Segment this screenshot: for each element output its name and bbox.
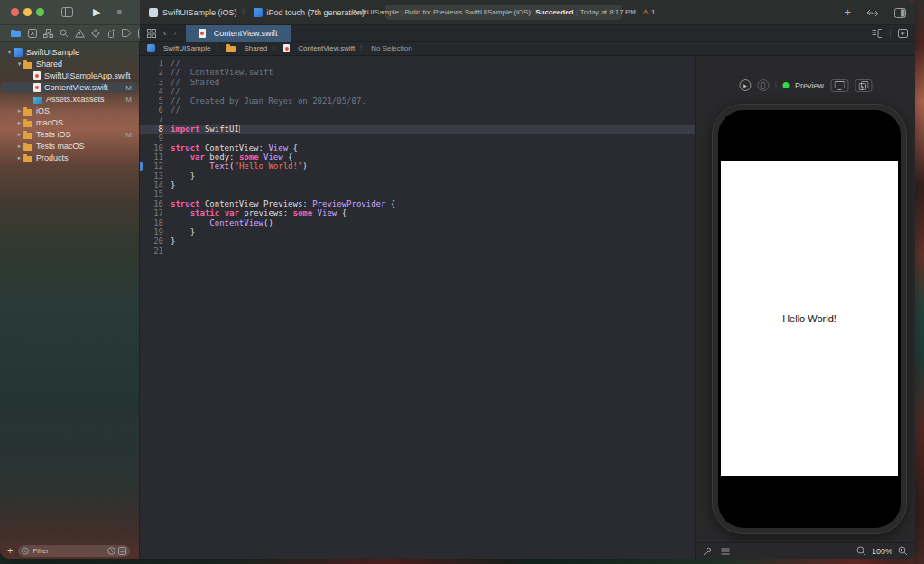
line-number[interactable]: 10 <box>140 143 163 153</box>
preview-list-icon[interactable] <box>721 548 730 555</box>
line-number[interactable]: 19 <box>140 227 163 236</box>
code-line-12[interactable]: 12 Text("Hello World!") <box>140 162 695 171</box>
code-line-2[interactable]: 2// ContentView.swift <box>140 68 695 77</box>
disclosure-chevron-icon[interactable]: ▸ <box>15 107 23 115</box>
code-line-4[interactable]: 4// <box>140 87 695 96</box>
toggle-inspector-icon[interactable] <box>894 8 906 18</box>
line-number[interactable]: 3 <box>140 78 163 87</box>
code-line-13[interactable]: 13 } <box>140 171 695 180</box>
toggle-navigator-icon[interactable] <box>61 7 73 17</box>
line-number[interactable]: 11 <box>140 153 163 162</box>
line-number[interactable]: 16 <box>140 199 163 208</box>
line-number[interactable]: 9 <box>140 134 163 143</box>
code-line-7[interactable]: 7 <box>140 115 695 124</box>
tree-item-ios[interactable]: ▸iOS <box>2 106 137 116</box>
code-line-14[interactable]: 14} <box>140 180 695 190</box>
tree-item-tests-ios[interactable]: ▸Tests iOSM <box>2 129 137 140</box>
editor-options-icon[interactable] <box>872 29 882 38</box>
filter-field[interactable]: Filter <box>18 545 130 557</box>
warning-icon[interactable]: ⚠ <box>642 8 649 16</box>
disclosure-chevron-icon[interactable]: ▸ <box>15 131 23 138</box>
live-preview-icon[interactable]: ▶ <box>739 79 751 91</box>
disclosure-chevron-icon[interactable]: ▸ <box>15 119 23 126</box>
line-number[interactable]: 12 <box>140 162 163 171</box>
source-editor[interactable]: 1//2// ContentView.swift3// Shared4//5//… <box>140 56 695 559</box>
find-navigator-icon[interactable] <box>60 29 69 38</box>
preview-display-icon[interactable] <box>830 79 848 92</box>
stop-button[interactable]: ■ <box>116 8 121 16</box>
zoom-level[interactable]: 100% <box>872 547 892 556</box>
code-line-15[interactable]: 15 <box>140 190 695 199</box>
code-line-9[interactable]: 9 <box>140 134 695 143</box>
code-line-11[interactable]: 11 var body: some View { <box>140 153 695 162</box>
destination-name[interactable]: iPod touch (7th generation) <box>267 8 365 17</box>
code-line-3[interactable]: 3// Shared <box>140 78 695 87</box>
go-back-icon[interactable]: ‹ <box>163 28 166 38</box>
line-number[interactable]: 2 <box>140 68 163 77</box>
code-line-6[interactable]: 6// <box>140 106 695 115</box>
symbol-navigator-icon[interactable] <box>43 29 53 38</box>
tree-item-swiftuisample[interactable]: ▾SwiftUISample <box>2 47 137 58</box>
pin-preview-icon[interactable] <box>703 547 712 556</box>
close-window-button[interactable] <box>11 8 19 16</box>
scheme-name[interactable]: SwiftUISample (iOS) <box>162 8 237 17</box>
run-button[interactable]: ▶ <box>93 7 100 17</box>
preview-on-device-icon[interactable] <box>757 79 769 91</box>
source-control-navigator-icon[interactable] <box>28 29 37 38</box>
tree-item-swiftuisampleapp-swift[interactable]: SwiftUISampleApp.swift <box>2 70 137 81</box>
code-line-16[interactable]: 16struct ContentView_Previews: PreviewPr… <box>140 199 695 208</box>
minimize-window-button[interactable] <box>23 8 32 16</box>
code-line-5[interactable]: 5// Created by Juan Reyes on 2021/05/07. <box>140 97 695 106</box>
line-number[interactable]: 20 <box>140 236 163 245</box>
add-editor-icon[interactable] <box>898 29 908 38</box>
tree-item-products[interactable]: ▸Products <box>2 153 137 163</box>
tree-item-tests-macos[interactable]: ▸Tests macOS <box>2 141 137 152</box>
tree-item-macos[interactable]: ▸macOS <box>2 117 137 128</box>
test-navigator-icon[interactable] <box>91 29 100 38</box>
issue-navigator-icon[interactable] <box>75 29 85 38</box>
breadcrumb-selection[interactable]: No Selection <box>371 44 411 52</box>
disclosure-chevron-icon[interactable]: ▾ <box>5 49 14 56</box>
code-line-1[interactable]: 1// <box>140 59 695 68</box>
code-line-20[interactable]: 20} <box>140 236 695 245</box>
zoom-out-icon[interactable] <box>856 546 866 556</box>
breadcrumb-project[interactable]: SwiftUISample <box>163 44 210 52</box>
tree-item-shared[interactable]: ▾Shared <box>2 59 137 69</box>
line-number[interactable]: 17 <box>140 208 163 217</box>
line-number[interactable]: 8 <box>140 125 163 134</box>
tree-item-contentview-swift[interactable]: ContentView.swiftM <box>2 82 137 93</box>
recent-clock-icon[interactable] <box>107 547 116 555</box>
disclosure-chevron-icon[interactable]: ▸ <box>15 143 23 150</box>
scheme-selector[interactable]: SwiftUISample (iOS) 〉 iPod touch (7th ge… <box>149 7 365 17</box>
line-number[interactable]: 4 <box>140 87 163 96</box>
debug-navigator-icon[interactable] <box>106 29 116 38</box>
app-preview-content[interactable]: Hello World! <box>721 161 898 476</box>
go-forward-icon[interactable]: › <box>173 28 176 38</box>
breadcrumb-group[interactable]: Shared <box>244 44 267 52</box>
duplicate-preview-icon[interactable] <box>855 79 872 92</box>
related-items-icon[interactable] <box>147 29 156 38</box>
activity-status[interactable]: SwiftUISample | Build for Previews Swift… <box>385 5 622 20</box>
tab-contentview[interactable]: ContentView.swift <box>186 25 291 42</box>
code-line-18[interactable]: 18 ContentView() <box>140 218 695 227</box>
code-review-icon[interactable] <box>866 9 879 17</box>
library-add-icon[interactable]: + <box>845 7 851 18</box>
line-number[interactable]: 15 <box>140 190 163 199</box>
line-number[interactable]: 1 <box>140 59 163 68</box>
disclosure-chevron-icon[interactable]: ▸ <box>15 154 23 162</box>
zoom-in-icon[interactable] <box>898 546 908 556</box>
add-file-button[interactable]: + <box>7 545 13 556</box>
line-number[interactable]: 14 <box>140 180 163 190</box>
code-line-19[interactable]: 19 } <box>140 227 695 236</box>
zoom-window-button[interactable] <box>36 8 44 16</box>
line-number[interactable]: 7 <box>140 115 163 124</box>
code-line-17[interactable]: 17 static var previews: some View { <box>140 208 695 217</box>
source-control-filter-icon[interactable] <box>118 547 126 555</box>
line-number[interactable]: 5 <box>140 97 163 106</box>
code-line-21[interactable]: 21 <box>140 246 695 255</box>
line-number[interactable]: 6 <box>140 106 163 115</box>
line-number[interactable]: 13 <box>140 171 163 180</box>
project-navigator-icon[interactable] <box>11 29 22 38</box>
line-number[interactable]: 21 <box>140 246 163 255</box>
breakpoint-navigator-icon[interactable] <box>122 29 132 37</box>
